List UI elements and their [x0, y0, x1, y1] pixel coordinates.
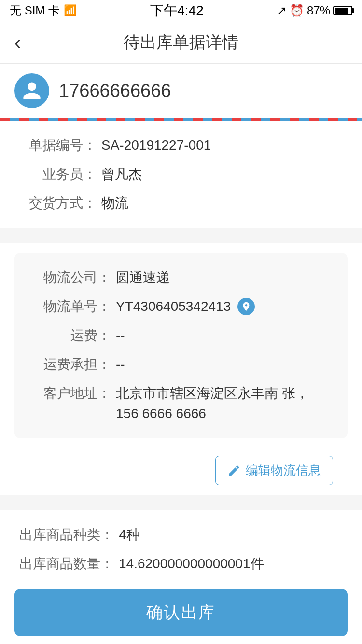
battery-icon: [333, 6, 352, 15]
logistics-wrapper: 物流公司： 圆通速递 物流单号： YT43064053424​13 运费： --: [0, 243, 362, 495]
user-header: 17666666666: [0, 64, 362, 118]
location-arrow-icon: ↗: [277, 4, 287, 17]
address-row: 客户地址： 北京市市辖区海淀区永丰南 张，156 6666 6666: [34, 383, 328, 424]
freight-bearer-label: 运费承担：: [34, 354, 111, 375]
separator-2: [0, 503, 362, 510]
user-phone: 17666666666: [59, 81, 171, 101]
sales-person-row: 业务员： 曾凡杰: [19, 164, 343, 184]
document-number-row: 单据编号： SA-20191227-001: [19, 135, 343, 155]
product-quantity-row: 出库商品数量： 14.620000000000001件: [19, 554, 343, 574]
sales-person-label: 业务员：: [19, 164, 97, 184]
logistics-card: 物流公司： 圆通速递 物流单号： YT43064053424​13 运费： --: [14, 253, 348, 438]
map-pin-icon[interactable]: [237, 298, 255, 315]
delivery-method-label: 交货方式：: [19, 193, 97, 213]
wifi-icon: 📶: [64, 4, 77, 17]
separator-1: [0, 236, 362, 243]
logistics-company-label: 物流公司：: [34, 267, 111, 288]
product-types-row: 出库商品种类： 4种: [19, 525, 343, 545]
nav-title: 待出库单据详情: [124, 31, 238, 54]
document-number-value: SA-20191227-001: [101, 135, 343, 155]
address-value: 北京市市辖区海淀区永丰南 张，156 6666 6666: [116, 383, 328, 424]
back-button[interactable]: ‹: [14, 33, 21, 52]
product-types-value: 4种: [119, 525, 343, 545]
alarm-icon: ⏰: [290, 4, 304, 17]
basic-info-section: 单据编号： SA-20191227-001 业务员： 曾凡杰 交货方式： 物流: [0, 121, 362, 228]
status-bar: 无 SIM 卡 📶 下午4:42 ↗ ⏰ 87%: [0, 0, 362, 21]
delivery-method-row: 交货方式： 物流: [19, 193, 343, 213]
person-icon: [21, 80, 42, 101]
freight-bearer-row: 运费承担： --: [34, 354, 328, 375]
status-right: ↗ ⏰ 87%: [277, 4, 352, 17]
freight-bearer-value: --: [116, 354, 328, 375]
logistics-company-row: 物流公司： 圆通速递: [34, 267, 328, 288]
edit-btn-row: 编辑物流信息: [14, 446, 348, 495]
avatar: [14, 73, 49, 108]
product-types-label: 出库商品种类：: [19, 525, 114, 545]
tracking-number-label: 物流单号：: [34, 296, 111, 317]
tracking-number-value: YT43064053424​13: [116, 296, 328, 317]
freight-label: 运费：: [34, 325, 111, 346]
summary-section: 出库商品种类： 4种 出库商品数量： 14.620000000000001件: [0, 510, 362, 588]
battery-text: 87%: [307, 4, 330, 17]
product-quantity-label: 出库商品数量：: [19, 554, 114, 574]
delivery-method-value: 物流: [101, 193, 343, 213]
freight-value: --: [116, 325, 328, 346]
address-label: 客户地址：: [34, 383, 111, 404]
product-quantity-value: 14.620000000000001件: [119, 554, 343, 574]
nav-bar: ‹ 待出库单据详情: [0, 21, 362, 64]
confirm-btn-wrapper: 确认出库: [0, 581, 362, 644]
document-number-label: 单据编号：: [19, 135, 97, 155]
tracking-number-row: 物流单号： YT43064053424​13: [34, 296, 328, 317]
confirm-outbound-button[interactable]: 确认出库: [14, 589, 348, 636]
status-time: 下午4:42: [150, 1, 204, 20]
status-left: 无 SIM 卡 📶: [10, 3, 77, 18]
edit-logistics-button[interactable]: 编辑物流信息: [215, 456, 333, 485]
edit-icon: [227, 464, 241, 477]
logistics-company-value: 圆通速递: [116, 267, 328, 288]
sales-person-value: 曾凡杰: [101, 164, 343, 184]
carrier-text: 无 SIM 卡: [10, 3, 60, 18]
freight-row: 运费： --: [34, 325, 328, 346]
